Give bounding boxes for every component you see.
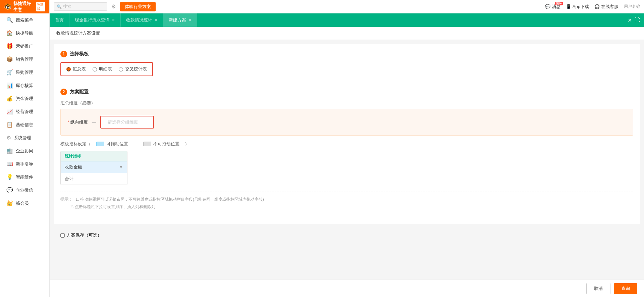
tab-home[interactable]: 首页 <box>50 13 69 27</box>
sidebar-item-quick-nav[interactable]: 🏠 快捷导航 <box>0 27 49 40</box>
legend-draggable: 可拖动位置 <box>96 141 128 147</box>
legend-separator <box>133 141 138 147</box>
dimension-config: 汇总维度（必选） * 纵向维度 — 请选择分组维度 <box>60 100 633 185</box>
support-icon: 🎧 <box>594 4 600 9</box>
legend-non-draggable-box <box>143 142 151 146</box>
sidebar-item-search-menu[interactable]: 🔍 搜索菜单 <box>0 13 49 27</box>
app-download-icon: 📱 <box>566 4 571 9</box>
tab-collection-stats[interactable]: 收款情况统计 ✕ <box>121 13 163 27</box>
main-area: 🔍 搜索 ⚙ 体验行业方案 💬 消息 99+ 📱 App下载 🎧 在线客服 用户… <box>50 0 644 297</box>
tab-bank-flow-close[interactable]: ✕ <box>112 18 115 22</box>
sidebar-item-label: 库存核算 <box>16 83 33 89</box>
sidebar-item-label: 营销推广 <box>16 43 33 49</box>
tips-title: 提示： <box>60 197 72 202</box>
tips-section: 提示： 1. 拖动标题栏可以调整布局，不可跨维度或指标区域拖动栏目字段(只能在同… <box>60 192 633 210</box>
radio-crosstab-label: 交叉统计表 <box>125 66 147 72</box>
sidebar-item-finance[interactable]: 💰 资金管理 <box>0 92 49 105</box>
tips-item-1: 2. 点击标题栏下拉可设置排序、插入列和删除列 <box>70 204 155 209</box>
radio-summary-input[interactable] <box>66 67 71 71</box>
template-options: 汇总表 明细表 交叉统计表 <box>60 62 153 76</box>
sidebar-item-label: 销售管理 <box>16 56 33 62</box>
radio-detail-label: 明细表 <box>99 66 112 72</box>
home-icon: 🏠 <box>6 30 13 36</box>
radio-detail-input[interactable] <box>93 67 97 71</box>
step1-number: 1 <box>60 51 67 57</box>
query-button[interactable]: 查询 <box>614 283 637 294</box>
tips-spacer <box>60 204 69 209</box>
dimension-arrow: — <box>92 120 96 125</box>
sidebar: 🐯 畅捷通好生意 标准版 🔍 搜索菜单 🏠 快捷导航 🎁 营销推广 📦 销售管理… <box>0 0 50 297</box>
sidebar-item-label: 采购管理 <box>16 69 33 76</box>
sidebar-item-enterprise[interactable]: 🏢 企业协同 <box>0 144 49 157</box>
sidebar-item-member[interactable]: 👑 畅会员 <box>0 197 49 210</box>
radio-crosstab-input[interactable] <box>119 67 123 71</box>
sidebar-item-newbie[interactable]: 📖 新手引导 <box>0 157 49 170</box>
search-bar[interactable]: 🔍 搜索 <box>54 2 107 11</box>
sidebar-item-label: 企业微信 <box>16 187 33 193</box>
indicator-cell-1: 合计 <box>61 173 127 185</box>
trial-button[interactable]: 体验行业方案 <box>120 2 156 11</box>
sidebar-item-hardware[interactable]: 💡 智能硬件 <box>0 170 49 184</box>
tab-new-scheme-close[interactable]: ✕ <box>188 18 192 22</box>
hardware-icon: 💡 <box>6 174 13 180</box>
sidebar-logo: 🐯 畅捷通好生意 标准版 <box>0 0 49 13</box>
indicator-cell-0: 收款金额 ▼ <box>61 161 127 173</box>
sidebar-item-purchase[interactable]: 🛒 采购管理 <box>0 66 49 79</box>
save-checkbox[interactable] <box>60 233 65 238</box>
message-badge-container[interactable]: 💬 消息 99+ <box>545 4 560 10</box>
gear-icon[interactable]: ⚙ <box>111 3 116 10</box>
topbar-right: 💬 消息 99+ 📱 App下载 🎧 在线客服 用户名称 <box>545 4 640 10</box>
indicator-section-title: 统计指标 <box>61 151 127 161</box>
save-option-label: 方案保存（可选） <box>67 232 102 238</box>
tab-collection-stats-label: 收款情况统计 <box>126 17 152 23</box>
sidebar-item-basic-info[interactable]: 📋 基础信息 <box>0 118 49 131</box>
indicator-settings-header: 模板指标设定（ 可拖动位置 不可拖动位置 ） <box>60 141 633 147</box>
indicator-cell-0-dropdown[interactable]: ▼ <box>119 165 123 169</box>
legend-non-draggable-label: 不可拖动位置 <box>153 141 179 147</box>
search-placeholder: 搜索 <box>63 4 71 9</box>
dimension-config-title: 汇总维度（必选） <box>60 100 633 109</box>
radio-crosstab[interactable]: 交叉统计表 <box>119 66 147 72</box>
tab-bank-flow[interactable]: 现金银行流水查询 ✕ <box>69 13 121 27</box>
sidebar-item-label: 新手引导 <box>16 161 33 167</box>
indicator-settings-title: 模板指标设定（ <box>60 141 91 147</box>
vertical-label-text: 纵向维度 <box>70 119 88 125</box>
app-download[interactable]: 📱 App下载 <box>566 4 589 10</box>
tab-new-scheme[interactable]: 新建方案 ✕ <box>163 13 197 27</box>
step2-header: 2 方案配置 <box>60 89 633 95</box>
sidebar-logo-text: 畅捷通好生意 <box>13 1 34 13</box>
cancel-button[interactable]: 取消 <box>586 283 610 294</box>
sidebar-item-sales[interactable]: 📦 销售管理 <box>0 53 49 66</box>
finance-icon: 💰 <box>6 95 13 102</box>
sidebar-item-system[interactable]: ⚙ 系统管理 <box>0 131 49 144</box>
online-support[interactable]: 🎧 在线客服 <box>594 4 619 10</box>
bottom-bar: 取消 查询 <box>50 280 644 297</box>
indicator-cell-0-text: 收款金额 <box>65 164 82 170</box>
tabbar-spacer <box>197 13 624 27</box>
legend-close-paren: ） <box>185 141 189 147</box>
enterprise-icon: 🏢 <box>6 148 13 154</box>
sidebar-item-label: 系统管理 <box>14 135 31 141</box>
wechat-icon: 💬 <box>6 187 13 193</box>
page-title-bar: 收款情况统计方案设置 <box>50 27 644 40</box>
indicator-table: 统计指标 收款金额 ▼ 合计 <box>60 151 127 185</box>
sidebar-item-marketing[interactable]: 🎁 营销推广 <box>0 40 49 53</box>
step1-section: 1 选择模板 汇总表 明细表 交叉统计表 <box>60 51 633 76</box>
radio-detail[interactable]: 明细表 <box>93 66 112 72</box>
tab-collection-stats-close[interactable]: ✕ <box>154 18 158 22</box>
dimension-placeholder[interactable]: 请选择分组维度 <box>100 116 154 129</box>
sidebar-item-label: 快捷导航 <box>16 30 33 36</box>
window-maximize-icon[interactable]: ⛶ <box>635 17 640 23</box>
sidebar-item-operation[interactable]: 📈 经营管理 <box>0 105 49 118</box>
sidebar-item-label: 畅会员 <box>16 200 29 206</box>
tabbar-actions: ✕ ⛶ <box>624 13 644 27</box>
sales-icon: 📦 <box>6 56 13 62</box>
system-icon: ⚙ <box>6 135 11 141</box>
sidebar-item-wechat[interactable]: 💬 企业微信 <box>0 184 49 197</box>
sidebar-item-inventory[interactable]: 📊 库存核算 <box>0 79 49 92</box>
divider1 <box>60 83 633 83</box>
user-name: 用户名称 <box>624 4 640 9</box>
radio-summary[interactable]: 汇总表 <box>66 66 86 72</box>
step2-title: 方案配置 <box>70 89 89 95</box>
window-close-icon[interactable]: ✕ <box>628 17 632 23</box>
